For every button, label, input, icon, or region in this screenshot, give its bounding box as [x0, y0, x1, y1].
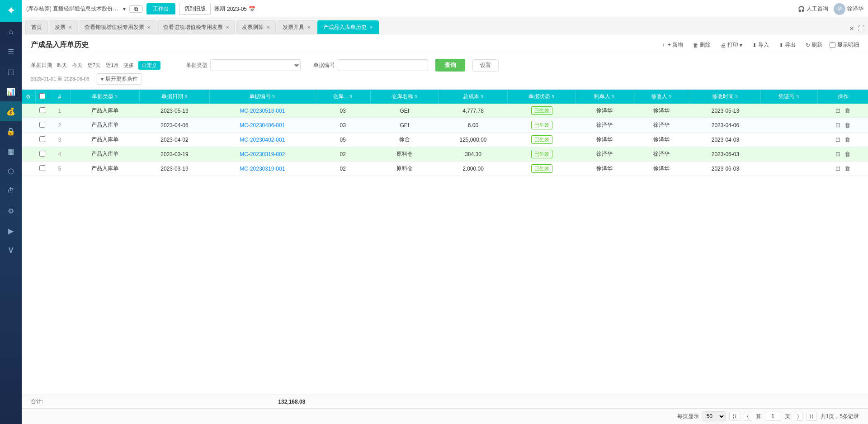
tab-invoice-close[interactable]: ✕: [68, 25, 72, 30]
number-cell[interactable]: MC-20230402-001: [210, 133, 315, 147]
number-cell[interactable]: MC-20230319-001: [210, 162, 315, 176]
checkbox-cell[interactable]: [35, 118, 49, 133]
number-filter-input[interactable]: [338, 59, 428, 71]
modifier-col-header[interactable]: 修改人 ⇅: [633, 90, 690, 104]
show-detail-checkbox[interactable]: [830, 42, 835, 48]
import-button[interactable]: ⬇ 导入: [750, 40, 772, 50]
edit-btn[interactable]: ⊡: [834, 150, 842, 158]
period-selector[interactable]: 账期 2023-05 📅: [214, 5, 255, 13]
row-checkbox[interactable]: [39, 151, 45, 157]
maximize-btn[interactable]: ⛶: [858, 25, 864, 32]
date-col-header[interactable]: 单据日期 ⇅: [139, 90, 209, 104]
edit-btn[interactable]: ⊡: [834, 121, 842, 129]
tab-invoice-calc[interactable]: 发票测算 ✕: [236, 20, 276, 34]
more-btn[interactable]: 更多: [122, 62, 136, 69]
tab-home[interactable]: 首页: [25, 20, 48, 34]
delete-row-btn[interactable]: 🗑: [843, 150, 852, 158]
number-cell[interactable]: MC-20230319-002: [210, 147, 315, 162]
first-page-btn[interactable]: ⟨⟨: [729, 412, 740, 421]
cost-col-header[interactable]: 总成本 ⇅: [439, 90, 508, 104]
select-all-checkbox[interactable]: [39, 93, 45, 99]
number-link[interactable]: MC-20230406-001: [240, 122, 285, 129]
number-link[interactable]: MC-20230513-001: [240, 108, 285, 114]
edit-btn[interactable]: ⊡: [834, 165, 842, 172]
prev-page-btn[interactable]: ⟨: [744, 412, 752, 421]
settings-col-header[interactable]: ⚙: [22, 90, 35, 104]
row-checkbox[interactable]: [39, 122, 45, 128]
row-checkbox[interactable]: [39, 136, 45, 142]
tab-purchase-vat[interactable]: 查看进项增值税专用发票 ✕: [157, 20, 235, 34]
number-col-header[interactable]: 单据编号 ⇅: [210, 90, 315, 104]
number-link[interactable]: MC-20230402-001: [240, 137, 285, 143]
last7days-btn[interactable]: 近7天: [86, 62, 102, 69]
edit-btn[interactable]: ⊡: [834, 136, 842, 143]
user-menu[interactable]: 华 徐泽华: [834, 3, 863, 15]
sidebar-item-time[interactable]: ⏱: [0, 181, 22, 201]
status-col-header[interactable]: 单据状态 ⇅: [508, 90, 576, 104]
sidebar-item-settings[interactable]: ⚙: [0, 201, 22, 221]
tab-invoice-issue[interactable]: 发票开具 ✕: [277, 20, 316, 34]
wh-code-col-header[interactable]: 仓库... ⇅: [315, 90, 371, 104]
setting-button[interactable]: 设置: [472, 59, 499, 71]
checkbox-cell[interactable]: [35, 162, 49, 176]
tab-product-inbound-close[interactable]: ✕: [369, 25, 373, 30]
show-detail-checkbox-label[interactable]: 显示明细: [830, 41, 859, 49]
modify-time-col-header[interactable]: 修改时间 ⇅: [690, 90, 760, 104]
switch-version-button[interactable]: 切到旧版: [179, 3, 211, 15]
sidebar-item-lock[interactable]: 🔒: [0, 121, 22, 141]
delete-row-btn[interactable]: 🗑: [843, 136, 852, 143]
next-page-btn[interactable]: ⟩: [794, 412, 802, 421]
export-button[interactable]: ⬆ 导出: [776, 40, 798, 50]
workbench-button[interactable]: 工作台: [146, 3, 175, 14]
checkbox-cell[interactable]: [35, 133, 49, 147]
tab-purchase-vat-close[interactable]: ✕: [226, 25, 229, 30]
number-cell[interactable]: MC-20230513-001: [210, 104, 315, 118]
current-page-input[interactable]: [765, 412, 781, 421]
sidebar-item-analytics[interactable]: 📊: [0, 81, 22, 101]
print-button[interactable]: 🖨 打印 ▾: [718, 40, 745, 50]
last-page-btn[interactable]: ⟩⟩: [806, 412, 817, 421]
type-col-header[interactable]: 单据类型 ⇅: [71, 90, 140, 104]
checkbox-cell[interactable]: [35, 104, 49, 118]
sidebar-item-home[interactable]: ⌂: [0, 22, 22, 42]
new-button[interactable]: ＋ + 新增: [658, 40, 686, 50]
voucher-col-header[interactable]: 凭证号 ⇅: [760, 90, 818, 104]
row-checkbox[interactable]: [39, 165, 45, 171]
support-btn[interactable]: 🎧 人工咨询: [798, 5, 828, 13]
last1month-btn[interactable]: 近1月: [104, 62, 120, 69]
tab-invoice-issue-close[interactable]: ✕: [307, 25, 311, 30]
edit-btn[interactable]: ⊡: [834, 107, 842, 114]
custom-date-btn[interactable]: 自定义: [138, 61, 160, 70]
sidebar-item-doc[interactable]: ☰: [0, 42, 22, 62]
checkbox-col-header[interactable]: [35, 90, 49, 104]
sidebar-item-stamp[interactable]: ⬡: [0, 161, 22, 181]
tab-product-inbound[interactable]: 产成品入库单历史 ✕: [317, 20, 379, 34]
sidebar-item-grid[interactable]: ▦: [0, 141, 22, 161]
sidebar-item-bill[interactable]: 💰: [0, 101, 22, 121]
type-filter-select[interactable]: [210, 59, 301, 71]
tab-sales-vat-close[interactable]: ✕: [147, 25, 151, 30]
delete-row-btn[interactable]: 🗑: [843, 107, 852, 114]
creator-col-header[interactable]: 制单人 ⇅: [576, 90, 633, 104]
company-selector[interactable]: (库存核算) 直播轻绑通信息技术股份有... ▾: [26, 5, 126, 13]
per-page-select[interactable]: 50 10 20 100: [703, 411, 726, 421]
tab-invoice-calc-close[interactable]: ✕: [266, 25, 270, 30]
tab-invoice[interactable]: 发票 ✕: [49, 20, 78, 34]
yesterday-btn[interactable]: 昨天: [55, 62, 69, 69]
number-cell[interactable]: MC-20230406-001: [210, 118, 315, 133]
delete-button[interactable]: 🗑 删除: [690, 40, 713, 50]
row-checkbox[interactable]: [39, 107, 45, 113]
wh-name-col-header[interactable]: 仓库名称 ⇅: [370, 90, 439, 104]
sidebar-item-play[interactable]: ▶: [0, 221, 22, 241]
checkbox-cell[interactable]: [35, 147, 49, 162]
tab-sales-vat[interactable]: 查看销项增值税专用发票 ✕: [79, 20, 156, 34]
delete-row-btn[interactable]: 🗑: [843, 121, 852, 129]
expand-filter-btn[interactable]: ▾ 展开更多条件: [97, 73, 142, 85]
number-link[interactable]: MC-20230319-002: [240, 151, 285, 157]
sidebar-item-v[interactable]: V: [0, 241, 22, 261]
today-btn[interactable]: 今天: [71, 62, 84, 69]
query-button[interactable]: 查询: [435, 59, 465, 71]
number-link[interactable]: MC-20230319-001: [240, 166, 285, 172]
close-tab-btn[interactable]: ✕: [849, 25, 854, 32]
delete-row-btn[interactable]: 🗑: [843, 165, 852, 172]
